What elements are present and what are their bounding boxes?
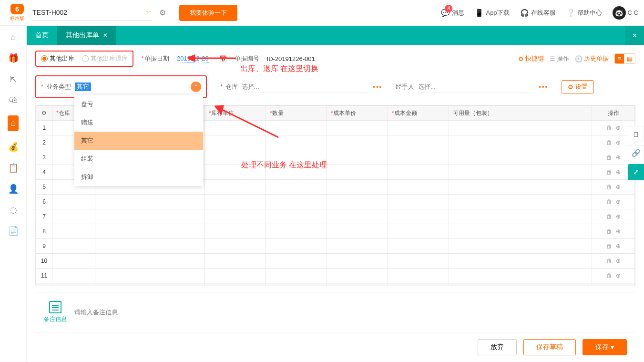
topbar: 6 标准版 ﹀ ⚙ 我要体验一下 💬 4 消息 📱 App下载 🎧 在线客服 ❔…	[0, 0, 644, 26]
warehouse-icon[interactable]: ⌂	[8, 115, 19, 131]
table-row[interactable]: 7 🗑⊕	[36, 209, 635, 224]
warehouse-more-icon[interactable]: •••	[373, 83, 382, 91]
delete-row-icon[interactable]: 🗑	[606, 272, 612, 279]
bag-icon[interactable]: 🛍	[9, 95, 18, 105]
gift-icon[interactable]: 🎁	[8, 53, 19, 63]
gear-icon[interactable]: ⚙	[159, 8, 166, 17]
dropdown-item[interactable]: 组装	[74, 150, 203, 168]
table-row[interactable]: 8 🗑⊕	[36, 224, 635, 239]
clipboard-icon[interactable]: 📋	[8, 163, 19, 173]
table-row[interactable]: 9 🗑⊕	[36, 239, 635, 254]
settings-button[interactable]: ⚙ 设置	[562, 80, 594, 93]
dropdown-item[interactable]: 其它	[74, 132, 203, 150]
support-button[interactable]: 🎧 在线客服	[520, 9, 556, 17]
doc-header: 其他出库 其他出库退库 *单据日期 2019-12-26 📅 单据编号 ID-2…	[35, 51, 635, 67]
org-input[interactable]	[32, 9, 146, 16]
help-button[interactable]: ❔ 帮助中心	[566, 9, 602, 17]
save-button[interactable]: 保存 ▾	[583, 339, 627, 355]
chevron-up-icon[interactable]: ⌃	[191, 82, 201, 92]
radio-dot-icon	[41, 55, 48, 62]
save-draft-button[interactable]: 保存草稿	[523, 339, 576, 355]
delete-row-icon[interactable]: 🗑	[606, 184, 612, 190]
add-row-icon[interactable]: ⊕	[616, 124, 621, 131]
logo-text: 标准版	[10, 15, 24, 22]
handler-label: 经手人	[396, 83, 414, 91]
note-icon	[49, 301, 61, 313]
add-row-icon[interactable]: ⊕	[616, 154, 621, 161]
inbound-icon[interactable]: ⇱	[10, 74, 17, 84]
message-badge: 4	[445, 5, 452, 12]
link-rail-icon[interactable]: 🔗	[628, 145, 644, 161]
footer-actions: 放弃 保存草稿 保存 ▾	[35, 332, 635, 362]
expand-rail-icon[interactable]: ⤢	[628, 164, 644, 180]
radio-outbound[interactable]: 其他出库	[41, 54, 74, 63]
note-rail-icon[interactable]: 🗒	[628, 126, 644, 142]
delete-row-icon[interactable]: 🗑	[606, 124, 612, 131]
radio-return[interactable]: 其他出库退库	[82, 54, 128, 63]
handler-input[interactable]	[418, 81, 535, 93]
close-panel-icon[interactable]: ✕	[625, 26, 644, 45]
dropdown-item[interactable]: 赠送	[74, 114, 203, 132]
user-menu[interactable]: 🐼 C C	[613, 6, 638, 20]
org-select[interactable]: ﹀	[32, 5, 152, 21]
left-rail: ⌂ 🎁 ⇱ 🛍 ⌂ 💰 📋 👤 ◌ 📄	[0, 26, 27, 362]
tab-home[interactable]: 首页	[27, 26, 57, 45]
delete-row-icon[interactable]: 🗑	[606, 228, 612, 235]
biztype-label: * 业务类型	[41, 83, 71, 91]
arrow-annotation-1	[188, 54, 235, 62]
remark-input[interactable]	[74, 309, 627, 316]
handler-more-icon[interactable]: •••	[539, 83, 548, 91]
shortcut-link[interactable]: ⚙ 快捷键	[518, 54, 544, 63]
add-row-icon[interactable]: ⊕	[616, 169, 621, 176]
home-icon[interactable]: ⌂	[10, 32, 16, 42]
add-row-icon[interactable]: ⊕	[616, 243, 621, 249]
operate-link[interactable]: ☰ 操作	[550, 54, 569, 63]
messages-button[interactable]: 💬 4 消息	[441, 9, 464, 17]
dropdown-item[interactable]: 拆卸	[74, 168, 203, 186]
delete-row-icon[interactable]: 🗑	[606, 169, 612, 176]
new-icon[interactable]: 📄	[8, 226, 19, 236]
warehouse-input[interactable]	[242, 81, 369, 93]
delete-row-icon[interactable]: 🗑	[606, 154, 612, 161]
view-grid-icon[interactable]: ▦	[624, 54, 635, 63]
add-row-icon[interactable]: ⊕	[616, 258, 621, 264]
add-row-icon[interactable]: ⊕	[616, 198, 621, 205]
view-list-icon[interactable]: ≡	[615, 54, 624, 63]
add-row-icon[interactable]: ⊕	[616, 139, 621, 146]
close-tab-icon[interactable]: ✕	[103, 32, 108, 39]
add-row-icon[interactable]: ⊕	[616, 228, 621, 235]
col-cost-amount: *成本金额	[388, 106, 449, 121]
add-row-icon[interactable]: ⊕	[616, 213, 621, 220]
contact-icon[interactable]: 👤	[8, 184, 19, 194]
phone-icon: 📱	[475, 9, 484, 17]
chevron-down-icon: ▾	[611, 343, 614, 351]
refresh-icon[interactable]: ◌	[10, 205, 17, 215]
biztype-value[interactable]: 其它	[75, 83, 91, 91]
tab-other-outbound[interactable]: 其他出库单 ✕	[57, 26, 116, 45]
delete-row-icon[interactable]: 🗑	[606, 243, 612, 249]
col-cost-unit: *成本单价	[327, 106, 388, 121]
add-row-icon[interactable]: ⊕	[616, 272, 621, 279]
col-gear[interactable]: ⚙	[36, 106, 52, 121]
chevron-down-icon[interactable]: ﹀	[146, 9, 152, 17]
dropdown-item[interactable]: 盘亏	[74, 95, 203, 114]
delete-row-icon[interactable]: 🗑	[606, 213, 612, 220]
app-download-button[interactable]: 📱 App下载	[475, 9, 509, 17]
logo: 6 标准版	[6, 4, 29, 22]
topbar-right: 💬 4 消息 📱 App下载 🎧 在线客服 ❔ 帮助中心 🐼 C C	[441, 6, 638, 20]
delete-row-icon[interactable]: 🗑	[606, 198, 612, 205]
add-row-icon[interactable]: ⊕	[616, 184, 621, 190]
table-row[interactable]: 11 🗑⊕	[36, 269, 635, 283]
money-icon[interactable]: 💰	[8, 142, 19, 152]
delete-row-icon[interactable]: 🗑	[606, 139, 612, 146]
delete-row-icon[interactable]: 🗑	[606, 258, 612, 264]
col-operate: 操作	[592, 106, 635, 121]
table-row[interactable]: 6 🗑⊕	[36, 195, 635, 209]
discard-button[interactable]: 放弃	[478, 339, 517, 355]
business-type-box: * 业务类型 其它 ⌃ 盘亏赠送其它组装拆卸	[35, 75, 207, 98]
cta-button[interactable]: 我要体验一下	[179, 5, 237, 21]
warehouse-label: * 仓库	[220, 83, 238, 91]
table-row[interactable]: 10 🗑⊕	[36, 254, 635, 269]
history-link[interactable]: 🕘 历史单据	[575, 54, 609, 63]
biztype-dropdown: 盘亏赠送其它组装拆卸	[74, 95, 203, 186]
